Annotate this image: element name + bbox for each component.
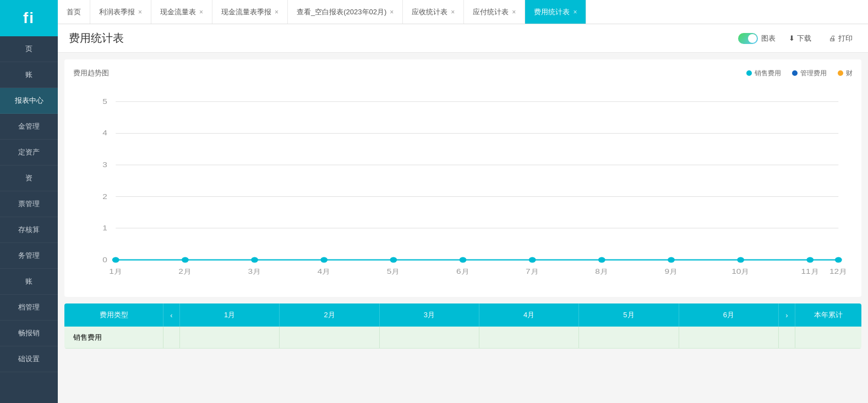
sidebar-item-assets[interactable]: 定资产	[0, 140, 58, 165]
toggle-label: 图表	[761, 34, 776, 43]
svg-point-15	[320, 257, 327, 262]
page-content: 费用统计表 图表 ⬇ 下载 🖨 打印 费用趋势图	[58, 24, 868, 403]
legend-dot-finance	[838, 70, 843, 76]
page-title: 费用统计表	[69, 31, 124, 46]
sidebar-item-invoice[interactable]: 票管理	[0, 191, 58, 217]
th-month-6: 6月	[679, 303, 779, 327]
sidebar-item-ledger[interactable]: 账	[0, 269, 58, 295]
close-tab-cashflow-q[interactable]: ×	[275, 9, 279, 15]
close-tab-blank[interactable]: ×	[390, 9, 394, 15]
svg-point-18	[529, 257, 536, 262]
chart-svg: 5 4 3 2 1 0	[73, 85, 853, 288]
tab-cashflow-q[interactable]: 现金流量表季报 ×	[212, 0, 288, 24]
th-month-4: 4月	[479, 303, 579, 327]
svg-text:4: 4	[102, 129, 107, 137]
svg-text:3: 3	[102, 161, 107, 169]
page-header: 费用统计表 图表 ⬇ 下载 🖨 打印	[58, 24, 868, 53]
table-header-row: 费用类型 ‹ 1月 2月 3月 4月 5月 6月 › 本年累计	[64, 303, 861, 327]
svg-text:3月: 3月	[248, 268, 261, 275]
svg-text:9月: 9月	[664, 268, 678, 275]
sidebar-item-account[interactable]: 账	[0, 62, 58, 88]
svg-text:1: 1	[102, 224, 107, 232]
print-button[interactable]: 🖨 打印	[825, 31, 857, 46]
svg-point-21	[737, 257, 744, 262]
td-sales-5	[579, 327, 679, 348]
td-sales-6	[679, 327, 779, 348]
td-spacer-next	[779, 327, 795, 348]
svg-point-17	[460, 257, 467, 262]
tab-profit[interactable]: 利润表季报 ×	[90, 0, 151, 24]
tab-blank[interactable]: 查看_空白报表(2023年02月) ×	[288, 0, 403, 24]
chart-toggle-container: 图表	[738, 33, 776, 44]
chart-legend: 销售费用 管理费用 财	[746, 69, 853, 78]
sidebar-item-archive[interactable]: 档管理	[0, 295, 58, 321]
svg-text:8月: 8月	[595, 268, 608, 275]
svg-text:7月: 7月	[526, 268, 539, 275]
sidebar-item-invest[interactable]: 资	[0, 165, 58, 191]
sidebar-item-settings[interactable]: 础设置	[0, 346, 58, 372]
svg-text:5: 5	[102, 97, 107, 105]
chart-header: 费用趋势图 销售费用 管理费用 财	[73, 68, 853, 78]
legend-sales: 销售费用	[746, 69, 781, 78]
th-type: 费用类型	[64, 303, 163, 327]
th-month-3: 3月	[380, 303, 479, 327]
tab-cashflow[interactable]: 现金流量表 ×	[151, 0, 212, 24]
svg-text:5月: 5月	[387, 268, 400, 275]
sidebar-item-reports[interactable]: 报表中心	[0, 88, 58, 114]
legend-admin: 管理费用	[792, 69, 827, 78]
tab-expense-stat[interactable]: 费用统计表 ×	[525, 0, 586, 24]
download-button[interactable]: ⬇ 下载	[784, 31, 816, 46]
td-sales-4	[479, 327, 579, 348]
tab-ap[interactable]: 应付统计表 ×	[464, 0, 525, 24]
svg-text:6月: 6月	[456, 268, 470, 275]
chart-section: 费用趋势图 销售费用 管理费用 财	[64, 59, 861, 297]
close-tab-expense-stat[interactable]: ×	[573, 9, 577, 15]
legend-dot-sales	[746, 70, 752, 76]
tab-ar[interactable]: 应收统计表 ×	[403, 0, 464, 24]
main-area: 首页 利润表季报 × 现金流量表 × 现金流量表季报 × 查看_空白报表(202…	[58, 0, 868, 403]
close-tab-cashflow[interactable]: ×	[199, 9, 203, 15]
download-icon: ⬇	[789, 34, 795, 42]
td-sales-total	[795, 327, 861, 348]
svg-text:4月: 4月	[318, 268, 331, 275]
svg-point-14	[251, 257, 258, 262]
svg-point-22	[806, 257, 814, 262]
svg-text:2月: 2月	[178, 268, 192, 275]
svg-point-16	[390, 257, 397, 262]
svg-text:0: 0	[102, 256, 107, 263]
close-tab-profit[interactable]: ×	[138, 9, 142, 15]
table-row: 销售费用	[64, 327, 861, 349]
svg-point-13	[182, 257, 189, 262]
td-sales-3	[380, 327, 479, 348]
svg-text:2: 2	[102, 192, 107, 200]
sidebar-item-service[interactable]: 务管理	[0, 243, 58, 269]
th-month-1: 1月	[180, 303, 280, 327]
th-nav-next[interactable]: ›	[779, 303, 795, 327]
close-tab-ar[interactable]: ×	[451, 9, 455, 15]
th-month-2: 2月	[280, 303, 379, 327]
sidebar-item-home[interactable]: 页	[0, 36, 58, 62]
tab-home[interactable]: 首页	[58, 0, 90, 24]
sidebar: fi 页 账 报表中心 金管理 定资产 资 票管理 存核算 务管理 账 档管理 …	[0, 0, 58, 403]
chart-toggle[interactable]	[738, 33, 758, 44]
sidebar-item-inventory[interactable]: 存核算	[0, 217, 58, 243]
header-actions: 图表 ⬇ 下载 🖨 打印	[738, 31, 857, 46]
td-sales-2	[280, 327, 379, 348]
table-section: 费用类型 ‹ 1月 2月 3月 4月 5月 6月 › 本年累计 销售费用	[64, 303, 861, 349]
td-sales-1	[180, 327, 280, 348]
th-total: 本年累计	[795, 303, 861, 327]
svg-point-23	[835, 257, 842, 262]
print-icon: 🖨	[829, 34, 836, 42]
sidebar-item-fund[interactable]: 金管理	[0, 114, 58, 140]
svg-point-19	[598, 257, 605, 262]
tab-bar: 首页 利润表季报 × 现金流量表 × 现金流量表季报 × 查看_空白报表(202…	[58, 0, 868, 24]
sidebar-scroll: 页 账 报表中心 金管理 定资产 资 票管理 存核算 务管理 账 档管理 畅报销…	[0, 36, 58, 403]
chart-title: 费用趋势图	[73, 68, 109, 78]
svg-text:11月: 11月	[801, 268, 819, 275]
th-month-5: 5月	[579, 303, 679, 327]
th-nav-prev[interactable]: ‹	[163, 303, 180, 327]
svg-point-20	[668, 257, 675, 262]
sidebar-item-expense[interactable]: 畅报销	[0, 321, 58, 346]
chart-container: 5 4 3 2 1 0	[73, 85, 853, 288]
close-tab-ap[interactable]: ×	[512, 9, 516, 15]
